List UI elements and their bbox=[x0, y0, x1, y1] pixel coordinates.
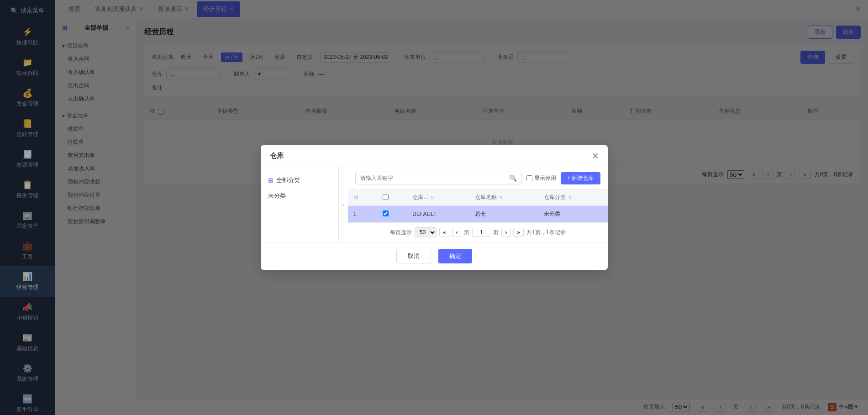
modal-th-category: 仓库分类 ⇅ bbox=[538, 189, 607, 206]
confirm-button[interactable]: 确定 bbox=[438, 249, 472, 263]
modal-search-box: 🔍 bbox=[355, 172, 522, 184]
modal-tree-collapse[interactable]: ‹ bbox=[338, 167, 348, 242]
modal-overlay: 仓库 ✕ ⊞ 全部分类 未分类 ‹ bbox=[0, 0, 868, 415]
modal-total-label: 共1页，1条记录 bbox=[526, 229, 565, 236]
modal-page-label: 第 bbox=[464, 229, 469, 236]
show-disabled-checkbox[interactable] bbox=[526, 175, 532, 181]
modal-per-page-label: 每页显示 bbox=[390, 229, 412, 236]
modal-tree-all[interactable]: ⊞ 全部分类 bbox=[261, 173, 338, 188]
modal-row-category: 未分类 bbox=[538, 206, 607, 222]
modal-next-btn[interactable]: › bbox=[501, 228, 510, 237]
show-disabled-label: 显示停用 bbox=[526, 174, 556, 182]
modal-gear-icon[interactable]: ⚙ bbox=[353, 194, 359, 201]
modal-table-row[interactable]: 1 DEFAULT 总仓 未分类 bbox=[348, 206, 608, 222]
modal-th-code: 仓库... ⇅ bbox=[407, 189, 469, 206]
modal-toolbar: 🔍 显示停用 + 新增仓库 bbox=[348, 167, 608, 189]
modal-row-id: 1 bbox=[348, 206, 377, 222]
modal-th-checkbox bbox=[377, 189, 407, 206]
show-disabled-text: 显示停用 bbox=[534, 174, 556, 182]
sort-cat-icon: ⇅ bbox=[568, 195, 572, 200]
modal-title: 仓库 bbox=[270, 152, 284, 160]
modal-body: ⊞ 全部分类 未分类 ‹ 🔍 bbox=[261, 167, 608, 242]
modal-pagination: 每页显示 50 « ‹ 第 页 › » 共1页，1条记录 bbox=[348, 222, 608, 242]
cancel-button[interactable]: 取消 bbox=[396, 249, 431, 263]
modal-table-header: ⚙ 仓库... ⇅ 仓库名称 bbox=[348, 189, 608, 206]
modal-per-page-select[interactable]: 50 bbox=[415, 227, 437, 237]
warehouse-modal: 仓库 ✕ ⊞ 全部分类 未分类 ‹ bbox=[261, 145, 608, 270]
modal-right-panel: 🔍 显示停用 + 新增仓库 ⚙ bbox=[348, 167, 608, 242]
add-warehouse-button[interactable]: + 新增仓库 bbox=[561, 172, 600, 184]
modal-th-name: 仓库名称 ⇅ bbox=[469, 189, 538, 206]
modal-first-btn[interactable]: « bbox=[439, 228, 450, 237]
modal-prev-btn[interactable]: ‹ bbox=[452, 228, 461, 237]
modal-select-all[interactable] bbox=[383, 194, 389, 200]
modal-last-btn[interactable]: » bbox=[513, 228, 524, 237]
modal-row-checkbox bbox=[377, 206, 407, 222]
modal-tree-unclassified[interactable]: 未分类 bbox=[261, 188, 338, 204]
modal-row-name: 总仓 bbox=[469, 206, 538, 222]
collapse-arrow-icon: ‹ bbox=[342, 201, 344, 208]
modal-footer: 取消 确定 bbox=[261, 242, 608, 270]
modal-table-wrap: ⚙ 仓库... ⇅ 仓库名称 bbox=[348, 189, 608, 222]
tree-all-label: 全部分类 bbox=[276, 176, 300, 184]
grid-icon-tree: ⊞ bbox=[268, 177, 274, 184]
modal-next-label: 页 bbox=[493, 229, 499, 236]
modal-close-icon[interactable]: ✕ bbox=[592, 152, 599, 160]
modal-th-gear: ⚙ bbox=[348, 189, 377, 206]
sort-name-icon: ⇅ bbox=[499, 195, 503, 200]
modal-search-button[interactable]: 🔍 bbox=[505, 172, 521, 184]
modal-tree-panel: ⊞ 全部分类 未分类 bbox=[261, 167, 338, 242]
sort-code-icon: ⇅ bbox=[431, 195, 434, 200]
modal-row-check[interactable] bbox=[383, 210, 389, 216]
modal-header: 仓库 ✕ bbox=[261, 145, 608, 167]
modal-page-input[interactable] bbox=[472, 228, 490, 237]
tree-unclassified-label: 未分类 bbox=[268, 192, 286, 199]
modal-row-code: DEFAULT bbox=[407, 206, 469, 222]
modal-table: ⚙ 仓库... ⇅ 仓库名称 bbox=[348, 189, 608, 222]
modal-search-input[interactable] bbox=[356, 173, 505, 184]
